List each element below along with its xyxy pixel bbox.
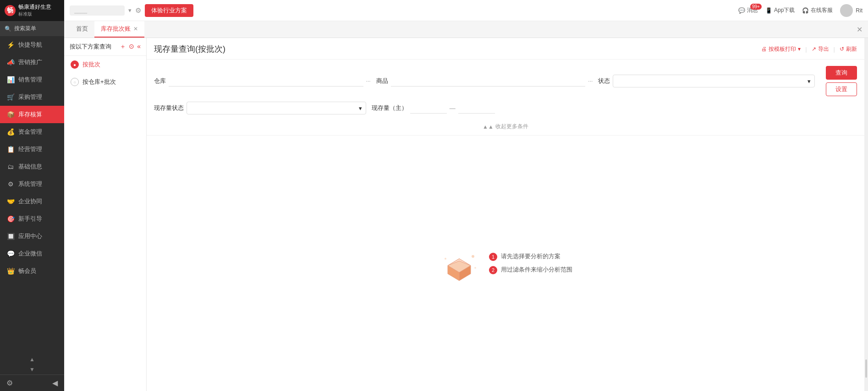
inventory-quantity-from[interactable]	[410, 103, 447, 114]
app-name: 畅康通好生意	[18, 4, 51, 11]
collapse-up-icon: ▲▲	[483, 124, 494, 130]
tip-num-2: 2	[489, 266, 497, 274]
refresh-btn[interactable]: ↺ 刷新	[840, 45, 857, 53]
warehouse-more-icon[interactable]: ···	[366, 78, 371, 84]
plan-label: 按仓库+批次	[82, 78, 116, 86]
system-icon: ⚙	[6, 180, 15, 188]
tab-label: 库存批次账	[101, 25, 131, 33]
warehouse-filter-group: 仓库 ···	[154, 76, 371, 87]
topbar-dropdown-icon[interactable]: ▾	[128, 7, 132, 14]
message-action[interactable]: 💬 消息 99+	[738, 6, 758, 14]
collapse-sidebar-icon[interactable]: ◀	[52, 379, 58, 387]
guide-icon: 🎯	[6, 215, 15, 223]
refresh-icon: ↺	[840, 46, 844, 52]
tab-close-icon[interactable]: ✕	[133, 26, 138, 32]
sidebar-item-sales[interactable]: 📊 销售管理	[0, 71, 64, 88]
status-select[interactable]: ▾	[613, 75, 815, 87]
sidebar-item-guide[interactable]: 🎯 新手引导	[0, 210, 64, 228]
tab-home[interactable]: 首页	[70, 21, 94, 38]
tip-item-1: 1 请先选择要分析的方案	[489, 252, 572, 261]
enterprise-icon: 🤝	[6, 198, 15, 205]
sidebar-item-wechat[interactable]: 💬 企业微信	[0, 245, 64, 262]
sidebar-item-finance[interactable]: 💰 资金管理	[0, 123, 64, 141]
sidebar-item-enterprise[interactable]: 🤝 企业协同	[0, 193, 64, 210]
sidebar-footer: ⚙ ◀	[0, 375, 64, 391]
sidebar-scroll-up[interactable]: ▲	[0, 354, 64, 364]
user-action[interactable]: Rit	[840, 4, 863, 17]
status-filter-group: 状态 ▾	[598, 75, 815, 87]
sidebar-item-label: 系统管理	[18, 180, 42, 188]
tabbar-close-btn[interactable]: ✕	[857, 25, 863, 34]
plan-item-batch[interactable]: ● 按批次	[64, 56, 146, 73]
sidebar-item-label: 营销推广	[18, 58, 42, 66]
print-dropdown-icon[interactable]: ▾	[798, 46, 801, 52]
online-service-action[interactable]: 🎧 在线客服	[802, 6, 833, 14]
sidebar-item-purchase[interactable]: 🛒 采购管理	[0, 88, 64, 106]
app-download-icon: 📱	[765, 7, 772, 14]
right-scrollbar[interactable]	[864, 38, 868, 391]
svg-point-4	[472, 255, 474, 258]
main-area: ⎯⎯⎯⎯ ▾ ⚙ 体验行业方案 💬 消息 99+ 📱 App下载 🎧 在线客服 …	[64, 0, 868, 391]
filter-row-2: 现存量状态 ▾ 现存量（主） —	[154, 102, 857, 114]
svg-point-5	[445, 258, 446, 260]
left-panel: 按以下方案查询 ＋ ⊙ « ● 按批次 ○ 按仓库+批次	[64, 38, 147, 391]
inventory-status-select[interactable]: ▾	[187, 102, 366, 114]
sidebar-item-label: 基础信息	[18, 163, 42, 171]
sidebar-item-app-center[interactable]: 🔲 应用中心	[0, 228, 64, 245]
sidebar-item-quick-nav[interactable]: ⚡ 快捷导航	[0, 36, 64, 54]
inventory-quantity-to[interactable]	[458, 103, 495, 114]
sidebar-scroll-down[interactable]: ▼	[0, 364, 64, 375]
tip-num-1: 1	[489, 253, 497, 261]
warehouse-input[interactable]	[169, 76, 363, 87]
inventory-status-arrow: ▾	[359, 105, 362, 112]
settings-button[interactable]: 设置	[826, 82, 857, 96]
sidebar-item-system[interactable]: ⚙ 系统管理	[0, 175, 64, 193]
page-header-actions: 🖨 按模板打印 ▾ | ↗ 导出 | ↺ 刷新	[761, 45, 857, 53]
headset-icon: 🎧	[802, 7, 809, 14]
inventory-icon: 📦	[6, 111, 15, 118]
print-btn[interactable]: 🖨 按模板打印 ▾	[761, 45, 801, 53]
left-panel-header-icons: ＋ ⊙ «	[120, 43, 141, 51]
topbar-gear-icon[interactable]: ⚙	[135, 6, 141, 15]
print-icon: 🖨	[761, 46, 767, 52]
inventory-quantity-range: —	[410, 103, 495, 114]
tip-item-2: 2 用过滤条件来缩小分析范围	[489, 266, 572, 274]
app-download-action[interactable]: 📱 App下载	[765, 6, 795, 14]
tip-text-2: 用过滤条件来缩小分析范围	[501, 266, 572, 274]
marketing-icon: 📣	[6, 59, 15, 66]
sidebar-item-label: 畅会员	[18, 267, 36, 275]
search-menu[interactable]: 🔍 搜索菜单	[0, 21, 64, 36]
trial-btn[interactable]: 体验行业方案	[145, 4, 193, 17]
add-plan-icon[interactable]: ＋	[120, 43, 126, 51]
export-btn[interactable]: ↗ 导出	[812, 45, 829, 53]
warehouse-label: 仓库	[154, 77, 166, 85]
collapse-panel-icon[interactable]: «	[137, 43, 141, 51]
collapse-more-btn[interactable]: ▲▲ 收起更多条件	[154, 120, 857, 131]
empty-state-content: 1 请先选择要分析的方案 2 用过滤条件来缩小分析范围	[439, 243, 572, 284]
sidebar-item-label: 经营管理	[18, 145, 42, 153]
export-icon: ↗	[812, 46, 816, 52]
plan-inactive-icon: ○	[71, 78, 79, 86]
settings-plan-icon[interactable]: ⊙	[129, 43, 134, 51]
settings-icon[interactable]: ⚙	[6, 379, 13, 387]
refresh-label: 刷新	[846, 45, 857, 53]
sidebar: 畅 畅康通好生意 标准版 🔍 搜索菜单 ⚡ 快捷导航 📣 营销推广 📊 销售管理…	[0, 0, 64, 391]
sidebar-header: 畅 畅康通好生意 标准版	[0, 0, 64, 21]
topbar-search[interactable]: ⎯⎯⎯⎯	[70, 5, 125, 16]
product-more-icon[interactable]: ···	[588, 78, 593, 84]
page-header: 现存量查询(按批次) 🖨 按模板打印 ▾ | ↗ 导出 | ↺	[147, 38, 864, 60]
query-button[interactable]: 查询	[826, 66, 857, 80]
sidebar-item-inventory[interactable]: 📦 库存核算	[0, 106, 64, 123]
tab-inventory-batch[interactable]: 库存批次账 ✕	[94, 21, 144, 38]
sidebar-item-label: 应用中心	[18, 232, 42, 240]
sidebar-item-member[interactable]: 👑 畅会员	[0, 262, 64, 280]
app-download-label: App下载	[774, 6, 795, 14]
app-logo: 畅	[5, 5, 16, 16]
plan-item-warehouse-batch[interactable]: ○ 按仓库+批次	[64, 73, 146, 91]
search-menu-label: 搜索菜单	[14, 25, 36, 33]
purchase-icon: 🛒	[6, 93, 15, 101]
product-input[interactable]	[391, 76, 586, 87]
sidebar-item-basic[interactable]: 🗂 基础信息	[0, 158, 64, 175]
sidebar-item-operation[interactable]: 📋 经营管理	[0, 141, 64, 158]
sidebar-item-marketing[interactable]: 📣 营销推广	[0, 54, 64, 71]
